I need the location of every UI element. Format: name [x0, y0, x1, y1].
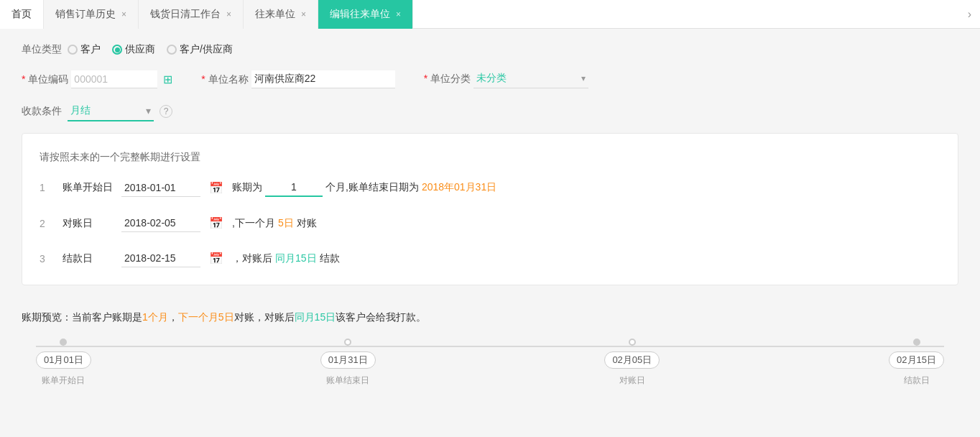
payment-select[interactable]: 月结 ▾	[68, 101, 154, 121]
name-field-group: 单位名称	[201, 70, 394, 88]
preview-part1: 1个月	[142, 311, 168, 324]
timeline-badge-2: 01月31日	[320, 351, 376, 369]
timeline-badge-2-text: 01月31日	[328, 354, 368, 365]
tab-edit-partner-label: 编辑往来单位	[330, 8, 390, 21]
row-3-text: ，对账后 同月15日 结款	[232, 252, 340, 265]
tab-edit-partner[interactable]: 编辑往来单位 ×	[318, 0, 413, 29]
category-select[interactable]: 未分类 ▾	[473, 69, 588, 88]
radio-both[interactable]: 客户/供应商	[167, 43, 233, 56]
tab-edit-partner-close[interactable]: ×	[396, 10, 401, 19]
row-1-text: 账期为 个月,账单结束日期为 2018年01月31日	[232, 178, 496, 197]
timeline-dot-3	[629, 339, 636, 346]
preview-prefix: 账期预览：当前客户账期是	[22, 311, 142, 324]
row-3-highlight: 同月15日	[275, 252, 317, 265]
unit-type-row: 单位类型 客户 供应商 客户/供应商	[22, 43, 958, 56]
tab-partners[interactable]: 往来单位 ×	[244, 0, 318, 29]
row-3-prefix: ，对账后	[232, 252, 272, 265]
radio-group: 客户 供应商 客户/供应商	[68, 43, 233, 56]
timeline-point-3: 02月05日 对账日	[604, 339, 660, 387]
timeline-point-2: 01月31日 账单结束日	[320, 339, 376, 387]
timeline-badge-1-text: 01月01日	[44, 354, 83, 365]
tab-home-label: 首页	[11, 8, 32, 21]
setting-row-1: 1 账单开始日 📅 账期为 个月,账单结束日期为 2018年01月31日	[40, 178, 940, 197]
preview-part2: 下一个月5日	[178, 311, 234, 324]
tab-sales-history-close[interactable]: ×	[121, 10, 126, 19]
payment-arrow-icon: ▾	[146, 105, 151, 116]
timeline-point-4: 02月15日 结款日	[889, 339, 944, 387]
timeline-point-1: 01月01日 账单开始日	[36, 339, 91, 387]
preview-part3: 同月15日	[295, 311, 336, 324]
code-field-group: 单位编码 ⊞	[22, 70, 172, 88]
name-label: 单位名称	[201, 73, 248, 86]
preview-text: 账期预览：当前客户账期是 1个月 ， 下一个月5日 对账，对账后 同月15日 该…	[22, 300, 958, 324]
row-3-label: 结款日	[63, 252, 113, 265]
row-3-cal-icon[interactable]: 📅	[209, 252, 223, 265]
preview-part2-prefix: ，	[168, 311, 178, 324]
settings-card: 请按照未来的一个完整帐期进行设置 1 账单开始日 📅 账期为 个月,账单结束日期…	[22, 133, 958, 285]
timeline-dot-2	[344, 339, 351, 346]
timeline-badge-1: 01月01日	[36, 351, 91, 369]
row-3-suffix: 结款	[320, 252, 340, 265]
row-3-date-input[interactable]	[121, 249, 200, 267]
tab-home[interactable]: 首页	[0, 0, 44, 29]
row-1-period-unit: 个月,账单结束日期为	[325, 181, 419, 194]
row-2-text: ,下一个月 5日 对账	[232, 217, 317, 230]
timeline-badge-4: 02月15日	[889, 351, 944, 369]
radio-customer-circle	[68, 45, 78, 55]
preview-part3-prefix: 对账，对账后	[234, 311, 295, 324]
page-content: 单位类型 客户 供应商 客户/供应商 单位编码 ⊞ 单位名称	[0, 29, 980, 437]
category-label: 单位分类	[424, 73, 471, 86]
tabs-expand-button[interactable]: ›	[959, 8, 980, 21]
timeline-desc-1: 账单开始日	[42, 374, 85, 387]
row-3-num: 3	[40, 253, 54, 264]
tabs-bar: 首页 销售订单历史 × 钱货日清工作台 × 往来单位 × 编辑往来单位 × ›	[0, 0, 980, 29]
row-1-label: 账单开始日	[63, 181, 113, 194]
card-tip: 请按照未来的一个完整帐期进行设置	[40, 151, 940, 164]
code-label: 单位编码	[22, 73, 68, 86]
preview-suffix: 该客户会给我打款。	[336, 311, 426, 324]
radio-supplier[interactable]: 供应商	[112, 43, 155, 56]
timeline-desc-3: 对账日	[619, 374, 645, 387]
tab-cash-work[interactable]: 钱货日清工作台 ×	[139, 0, 244, 29]
row-2-num: 2	[40, 218, 54, 229]
tab-sales-history[interactable]: 销售订单历史 ×	[44, 0, 139, 29]
tab-partners-label: 往来单位	[255, 8, 295, 21]
code-input[interactable]	[71, 70, 157, 88]
payment-row: 收款条件 月结 ▾ ?	[22, 101, 958, 121]
row-1-date-input[interactable]	[121, 179, 200, 197]
main-fields-row: 单位编码 ⊞ 单位名称 单位分类 未分类 ▾	[22, 69, 958, 88]
name-input[interactable]	[251, 70, 395, 88]
row-2-prefix: ,下一个月	[232, 217, 275, 230]
payment-value: 月结	[70, 104, 146, 117]
timeline-points: 01月01日 账单开始日 01月31日 账单结束日 02月05日	[36, 339, 944, 387]
row-1-num: 1	[40, 182, 54, 193]
payment-label: 收款条件	[22, 105, 62, 118]
tab-sales-history-label: 销售订单历史	[55, 8, 116, 21]
radio-supplier-label: 供应商	[125, 43, 155, 56]
row-1-highlight: 2018年01月31日	[422, 181, 496, 194]
timeline-dot-4	[913, 339, 920, 346]
radio-supplier-circle	[112, 45, 122, 55]
row-2-highlight: 5日	[278, 217, 294, 230]
setting-row-2: 2 对账日 📅 ,下一个月 5日 对账	[40, 214, 940, 232]
row-2-date-input[interactable]	[121, 214, 200, 232]
category-field-group: 单位分类 未分类 ▾	[424, 69, 588, 88]
unit-type-label: 单位类型	[22, 43, 62, 56]
help-icon[interactable]: ?	[160, 105, 172, 118]
category-value: 未分类	[476, 72, 581, 85]
timeline-desc-2: 账单结束日	[326, 374, 369, 387]
row-1-cal-icon[interactable]: 📅	[209, 181, 223, 195]
timeline-badge-4-text: 02月15日	[897, 354, 936, 365]
tab-cash-work-close[interactable]: ×	[226, 10, 231, 19]
radio-both-circle	[167, 45, 177, 55]
radio-customer[interactable]: 客户	[68, 43, 101, 56]
row-2-label: 对账日	[63, 217, 113, 230]
row-2-suffix: 对账	[297, 217, 317, 230]
radio-both-label: 客户/供应商	[180, 43, 233, 56]
code-copy-icon[interactable]: ⊞	[163, 73, 172, 86]
setting-row-3: 3 结款日 📅 ，对账后 同月15日 结款	[40, 249, 940, 267]
row-2-cal-icon[interactable]: 📅	[209, 216, 223, 230]
timeline-desc-4: 结款日	[904, 374, 930, 387]
tab-partners-close[interactable]: ×	[301, 10, 306, 19]
period-input[interactable]	[265, 178, 323, 197]
